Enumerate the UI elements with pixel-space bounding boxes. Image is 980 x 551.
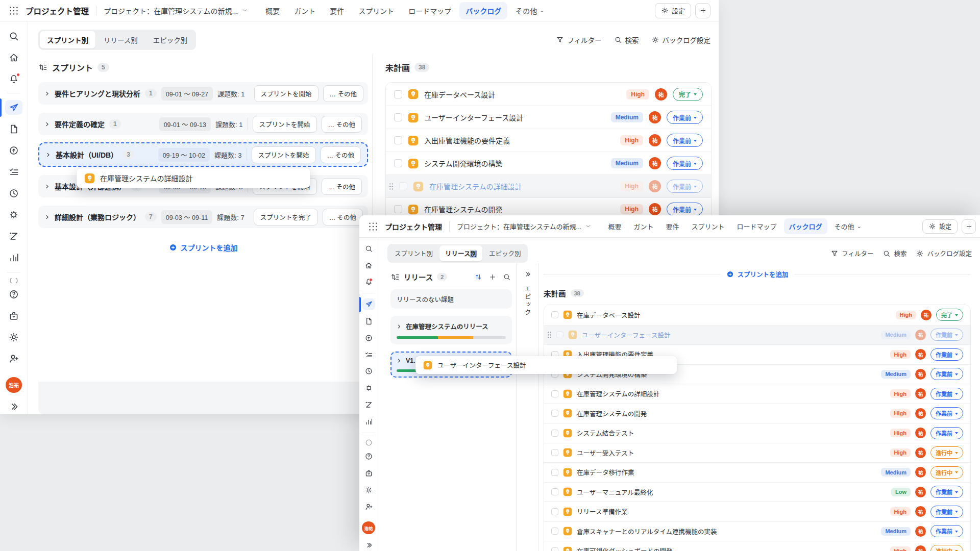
filter-button[interactable]: フィルター <box>830 248 873 258</box>
task-title[interactable]: システム開発環境の構築 <box>424 158 503 168</box>
status-dropdown[interactable]: 進行中 <box>930 446 963 459</box>
sidebar-search[interactable] <box>362 243 375 255</box>
user-avatar[interactable]: 浩祐 <box>6 377 22 393</box>
sidebar-expand[interactable] <box>362 539 375 551</box>
task-checkbox[interactable] <box>394 136 402 144</box>
task-title[interactable]: 入出庫管理機能の要件定義 <box>424 135 510 145</box>
task-checkbox[interactable] <box>551 430 558 437</box>
sidebar-workflow[interactable] <box>362 399 375 411</box>
view-segment[interactable]: スプリント別 <box>40 31 95 48</box>
sprint-action-button[interactable]: スプリントを開始 <box>252 146 316 163</box>
chevron-right-icon[interactable] <box>397 324 402 329</box>
sidebar-home[interactable] <box>362 260 375 271</box>
sidebar-projects-active[interactable] <box>362 298 375 310</box>
task-title[interactable]: 在庫管理システムの詳細設計 <box>429 181 522 191</box>
task-title[interactable]: 在庫データ移行作業 <box>577 467 634 477</box>
backlog-settings-button[interactable]: バックログ設定 <box>916 248 972 258</box>
view-segment[interactable]: リリース別 <box>96 31 145 48</box>
task-title[interactable]: 在庫管理システムの開発 <box>577 409 647 418</box>
backlog-settings-button[interactable]: バックログ設定 <box>651 35 711 45</box>
nav-tab[interactable]: ガント <box>288 2 322 19</box>
sprint-action-button[interactable]: スプリントを開始 <box>253 116 317 133</box>
nav-tab[interactable]: ガント <box>628 218 658 234</box>
sidebar-invite[interactable] <box>5 352 22 366</box>
nav-tab[interactable]: 概要 <box>603 218 626 234</box>
add-sprint-button[interactable]: スプリントを追加 <box>726 269 789 279</box>
task-title[interactable]: 在庫管理システムの開発 <box>424 204 503 214</box>
sprint-more-button[interactable]: … その他 <box>323 209 363 226</box>
sidebar-issues[interactable] <box>362 382 375 394</box>
nav-tab[interactable]: ロードマップ <box>402 2 457 19</box>
task-checkbox[interactable] <box>556 331 564 338</box>
release-none-card[interactable]: リリースのない課題 <box>390 289 512 309</box>
sprint-action-button[interactable]: スプリントを開始 <box>254 85 318 102</box>
sidebar-reports[interactable] <box>5 251 22 265</box>
task-checkbox[interactable] <box>399 182 407 190</box>
status-dropdown[interactable]: 作業前 <box>930 348 963 361</box>
sidebar-goals[interactable] <box>362 332 375 344</box>
task-row[interactable]: 在庫管理システムの詳細設計 High 祐 作業前 <box>386 174 711 197</box>
task-row[interactable]: ユーザー受入テスト High 祐 進行中 <box>544 443 970 463</box>
task-checkbox[interactable] <box>551 528 558 535</box>
add-release-button[interactable] <box>487 272 498 282</box>
task-row[interactable]: 在庫データベース設計 High 祐 完了 <box>544 305 970 325</box>
chevrons-right-icon[interactable] <box>524 270 531 278</box>
task-title[interactable]: ユーザーインターフェース設計 <box>424 112 523 122</box>
nav-tab[interactable]: ロードマップ <box>732 218 782 234</box>
status-dropdown[interactable]: 作業前 <box>930 525 963 537</box>
status-dropdown[interactable]: 進行中 <box>930 466 963 479</box>
task-title[interactable]: システム結合テスト <box>577 428 634 438</box>
sprint-more-button[interactable]: … その他 <box>322 116 362 133</box>
sidebar-goals[interactable] <box>5 143 22 158</box>
task-row[interactable]: 在庫データ移行作業 Medium 祐 進行中 <box>544 462 970 482</box>
sidebar-time[interactable] <box>362 365 375 377</box>
nav-tab[interactable]: 要件 <box>660 218 684 234</box>
chevron-right-icon[interactable] <box>44 214 50 220</box>
sidebar-notifications[interactable] <box>5 71 22 86</box>
status-dropdown[interactable]: 作業前 <box>930 486 963 498</box>
task-title[interactable]: 在庫管理システムの詳細設計 <box>577 389 659 398</box>
project-selector[interactable]: プロジェクト：在庫管理システムの新規... <box>457 221 592 231</box>
status-dropdown[interactable]: 完了 <box>673 88 703 101</box>
release-card[interactable]: 在庫管理システムのリリース <box>390 316 512 344</box>
release-search-button[interactable] <box>502 272 512 282</box>
task-checkbox[interactable] <box>551 410 558 417</box>
sprint-action-button[interactable]: スプリントを完了 <box>254 209 318 226</box>
status-dropdown[interactable]: 作業前 <box>667 134 703 147</box>
sidebar-expand[interactable] <box>5 399 22 414</box>
sidebar-documents[interactable] <box>5 121 22 136</box>
task-title[interactable]: 在庫可視化ダッシュボードの開発 <box>577 546 673 551</box>
sidebar-approvals[interactable] <box>362 349 375 361</box>
task-row[interactable]: 在庫管理システムの詳細設計 High 祐 作業前 <box>544 384 970 404</box>
sprint-row[interactable]: 基本設計（UI/DB） 3 09-19 ～ 10-02 課題数: 3 スプリント… <box>38 142 368 167</box>
status-dropdown[interactable]: 作業前 <box>930 368 963 380</box>
sprint-more-button[interactable]: … その他 <box>322 178 362 195</box>
chevron-right-icon[interactable] <box>44 184 50 189</box>
status-dropdown[interactable]: 作業前 <box>930 506 963 518</box>
chevron-right-icon[interactable] <box>44 91 50 96</box>
nav-tab[interactable]: バックログ <box>459 2 507 19</box>
task-checkbox[interactable] <box>551 449 558 456</box>
task-checkbox[interactable] <box>394 205 402 213</box>
nav-tab[interactable]: スプリント <box>687 218 730 234</box>
sidebar-search[interactable] <box>5 29 22 43</box>
sidebar-time[interactable] <box>5 186 22 201</box>
task-row[interactable]: システム開発環境の構築 Medium 祐 作業前 <box>386 152 711 174</box>
sort-button[interactable] <box>473 272 483 282</box>
status-dropdown[interactable]: 作業前 <box>930 407 963 419</box>
sprint-row[interactable]: 要件定義の確定 1 09-01 ～ 09-13 課題数: 1 スプリントを開始 … <box>38 113 368 135</box>
drag-handle-icon[interactable] <box>547 331 552 339</box>
sprint-row[interactable]: 詳細設計（業務ロジック） 7 09-03 ～ 09-11 課題数: 7 スプリン… <box>38 206 368 228</box>
task-checkbox[interactable] <box>551 311 558 318</box>
status-dropdown[interactable]: 進行中 <box>930 545 963 551</box>
sidebar-approvals[interactable] <box>5 164 22 179</box>
sidebar-documents[interactable] <box>362 315 375 327</box>
task-row[interactable]: ユーザーインターフェース設計 Medium 祐 作業前 <box>544 325 970 345</box>
settings-button[interactable]: 設定 <box>922 219 958 234</box>
drag-handle-icon[interactable] <box>389 183 394 190</box>
task-checkbox[interactable] <box>394 159 402 167</box>
nav-tab[interactable]: スプリント <box>352 2 400 19</box>
drag-ghost-card[interactable]: ユーザーインターフェース設計 <box>415 356 677 374</box>
chevron-right-icon[interactable] <box>44 121 50 127</box>
app-grid-icon[interactable] <box>7 4 20 17</box>
